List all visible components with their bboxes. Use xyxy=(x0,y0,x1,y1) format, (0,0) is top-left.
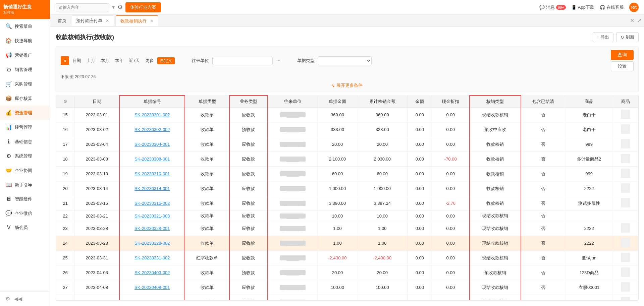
close-window-icon[interactable]: ✕ xyxy=(630,17,634,24)
cell-amount: 1,000.00 xyxy=(318,181,357,196)
date-btn-last-month[interactable]: 上月 xyxy=(85,57,97,64)
cell-discount: 0.00 xyxy=(432,251,469,265)
sidebar-item-purchase[interactable]: 🛒 采购管理 xyxy=(0,77,50,91)
doc-no-link[interactable]: SK-20230314-001 xyxy=(135,186,170,191)
goods-image xyxy=(621,110,630,119)
cell-partner: ████ xyxy=(268,295,318,301)
export-button[interactable]: ↑ 导出 xyxy=(593,32,614,42)
messages-badge: 99+ xyxy=(556,5,566,10)
cell-biz-type: 应收款 xyxy=(229,221,267,236)
col-header-gear[interactable]: ⚙ xyxy=(56,96,74,108)
tab-prepay[interactable]: 预付款应付单 ✕ xyxy=(71,15,114,26)
table-row: 26 2023-04-03 SK-20230403-002 收款单 预收款 ██… xyxy=(56,265,638,280)
data-table-container[interactable]: ⚙ 日期 单据编号 单据类型 业务类型 往来单位 单据金额 累计核销金额 余额 … xyxy=(56,95,639,301)
cell-partner: ████ xyxy=(268,265,318,280)
solution-button[interactable]: 体验行业方案 xyxy=(125,2,161,12)
doc-no-link[interactable]: SK-20230315-002 xyxy=(135,201,170,206)
goods-image xyxy=(621,253,630,262)
filter-expand-arrow[interactable]: » xyxy=(61,56,69,65)
doc-no-link[interactable]: SK-20230310-001 xyxy=(135,171,170,176)
tab-receiptnuclear[interactable]: 收款核销执行 ✕ xyxy=(115,15,158,26)
wechat-icon: 💬 xyxy=(5,210,12,217)
doc-no-link[interactable]: SK-20230302-002 xyxy=(135,127,170,132)
sidebar-item-basic[interactable]: ℹ 基础信息 xyxy=(0,134,50,149)
app-download-item[interactable]: 📱 App下载 xyxy=(571,4,594,10)
chevron-down-icon[interactable]: ▾ xyxy=(112,4,115,10)
cell-no: 15 xyxy=(56,108,74,122)
sidebar-item-finance[interactable]: 💰 资金管理 xyxy=(0,106,50,120)
cell-partner: ████ xyxy=(268,221,318,236)
topbar-search-input[interactable] xyxy=(56,3,109,11)
sidebar-item-member[interactable]: V 畅会员 xyxy=(0,221,50,235)
settings-bottom-icon[interactable]: ⚙ xyxy=(5,296,10,302)
sidebar-item-inventory[interactable]: 📦 库存核算 xyxy=(0,91,50,106)
cell-doc-type: 红字收款单 xyxy=(185,251,229,265)
doc-no-link[interactable]: SK-20230403-002 xyxy=(135,270,170,275)
online-service-item[interactable]: 🎧 在线客服 xyxy=(600,4,624,10)
goods-image xyxy=(621,282,630,292)
doc-no-link[interactable]: SK-20230408-001 xyxy=(135,285,170,290)
filter-dots[interactable]: ··· xyxy=(276,58,280,64)
date-btn-this-month[interactable]: 本月 xyxy=(99,57,111,64)
expand-more: ∨ 展开更多条件 xyxy=(61,82,634,88)
home-icon: 🏠 xyxy=(5,38,12,44)
table-row: 27 2023-04-08 SK-20230408-001 收款单 应收款 ██… xyxy=(56,280,638,295)
cell-nuclear-amount: 2,030.00 xyxy=(357,152,408,167)
sidebar-item-enterprise[interactable]: 🤝 企业协同 xyxy=(0,163,50,178)
date-btn-7days[interactable]: 近7天 xyxy=(127,57,142,64)
cell-doc-type: 收款单 xyxy=(185,167,229,181)
doc-no-link[interactable]: SK-20230331-002 xyxy=(135,255,170,260)
cell-balance: 0.00 xyxy=(408,108,432,122)
tab-prepay-close[interactable]: ✕ xyxy=(106,18,109,23)
sidebar-item-label: 经营管理 xyxy=(15,124,32,130)
sidebar-item-wechat[interactable]: 💬 企业微信 xyxy=(0,206,50,221)
avatar: Rit xyxy=(629,3,639,12)
date-btn-this-year[interactable]: 本年 xyxy=(113,57,125,64)
partner-input[interactable] xyxy=(212,57,273,65)
doc-no-link[interactable]: SK-20230304-001 xyxy=(135,142,170,147)
user-avatar[interactable]: Rit xyxy=(629,3,639,12)
messages-item[interactable]: 💬 消息 99+ xyxy=(539,4,566,10)
doc-no-link[interactable]: SK-20230328-001 xyxy=(135,226,170,231)
sidebar-item-label: 快捷导航 xyxy=(15,38,32,44)
cell-doc-type: 收款单 xyxy=(185,137,229,152)
doc-no-link[interactable]: SK-20230418-001 xyxy=(135,300,170,301)
cell-discount: 0.00 xyxy=(432,211,469,221)
data-table: ⚙ 日期 单据编号 单据类型 业务类型 往来单位 单据金额 累计核销金额 余额 … xyxy=(56,95,638,301)
cell-amount: -2,430.00 xyxy=(318,251,357,265)
sidebar-item-label: 资金管理 xyxy=(15,110,32,116)
doc-no-link[interactable]: SK-20230321-003 xyxy=(135,213,170,219)
cell-doc-type: 收款单 xyxy=(185,265,229,280)
sidebar-item-search[interactable]: 🔍 搜索菜单 xyxy=(0,19,50,34)
collapse-icon[interactable]: ◀◀ xyxy=(14,296,22,302)
cell-nuclear-amount: 1.00 xyxy=(357,221,408,236)
fullscreen-icon[interactable]: ⤢ xyxy=(637,17,641,24)
sidebar-item-hardware[interactable]: 🖥 智能硬件 xyxy=(0,192,50,206)
doc-no-link[interactable]: SK-20230328-002 xyxy=(135,241,170,246)
cell-discount: 0.00 xyxy=(432,108,469,122)
settings-button[interactable]: 设置 xyxy=(611,61,634,71)
topbar-gear-icon[interactable]: ⚙ xyxy=(117,4,123,11)
cell-balance: 0.00 xyxy=(408,295,432,301)
cell-discount: 0.00 xyxy=(432,236,469,251)
sidebar-item-quicknav[interactable]: 🏠 快捷导航 xyxy=(0,34,50,48)
cell-partner: ████ xyxy=(268,251,318,265)
doc-no-link[interactable]: SK-20230301-002 xyxy=(135,112,170,117)
tab-home[interactable]: 首页 xyxy=(53,16,71,26)
cell-goods: 老白干 xyxy=(565,122,613,137)
goods-image xyxy=(621,183,630,193)
refresh-button[interactable]: ↻ 刷新 xyxy=(616,32,639,42)
date-btn-custom[interactable]: 自定义 xyxy=(157,57,175,64)
expand-more-button[interactable]: ∨ 展开更多条件 xyxy=(332,82,363,88)
guide-icon: 📖 xyxy=(5,182,12,188)
sidebar-item-operations[interactable]: 📊 经营管理 xyxy=(0,120,50,134)
sidebar-item-marketing[interactable]: 📢 营销推广 xyxy=(0,48,50,62)
sidebar-item-sales[interactable]: ⊙ 销售管理 xyxy=(0,62,50,77)
query-button[interactable]: 查询 xyxy=(611,50,634,60)
sidebar-item-guide[interactable]: 📖 新手引导 xyxy=(0,178,50,192)
sidebar-item-system[interactable]: ⚙ 系统管理 xyxy=(0,149,50,163)
tab-receiptnuclear-close[interactable]: ✕ xyxy=(150,19,153,23)
doc-no-link[interactable]: SK-20230308-001 xyxy=(135,157,170,162)
receipt-type-select[interactable] xyxy=(318,56,372,65)
date-btn-more[interactable]: 更多 xyxy=(143,57,156,64)
